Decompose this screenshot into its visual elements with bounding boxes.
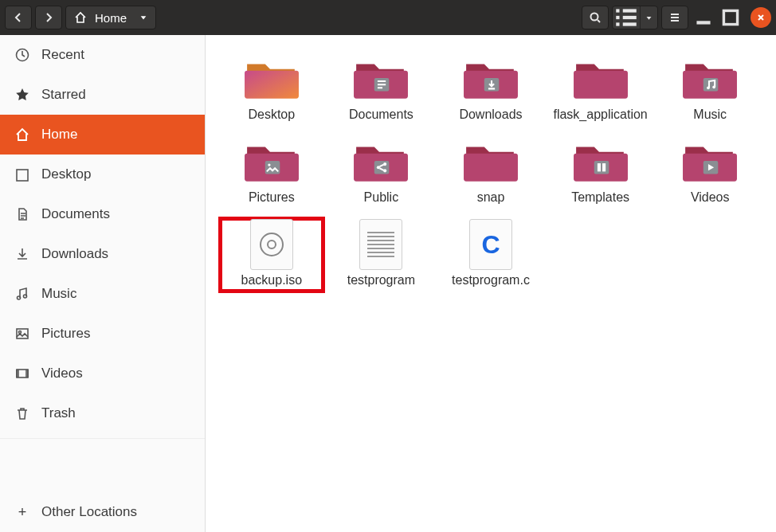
desktop-icon xyxy=(14,166,30,182)
path-bar[interactable]: Home xyxy=(65,6,156,29)
back-button[interactable] xyxy=(5,6,32,29)
folder-icon xyxy=(463,139,519,185)
star-icon xyxy=(14,87,30,103)
file-item[interactable]: Music xyxy=(656,51,763,127)
file-label: Templates xyxy=(571,190,629,205)
sidebar-item-label: Downloads xyxy=(41,246,108,262)
file-item[interactable]: Desktop xyxy=(218,51,325,127)
chevron-right-icon xyxy=(42,11,55,24)
close-button[interactable] xyxy=(751,7,771,28)
file-item[interactable]: snap xyxy=(437,134,544,210)
folder-icon xyxy=(682,56,738,102)
sidebar-item-label: Starred xyxy=(41,87,86,103)
sidebar-item-home[interactable]: Home xyxy=(0,115,205,155)
svg-rect-1 xyxy=(616,9,619,12)
svg-rect-17 xyxy=(703,78,719,91)
svg-rect-5 xyxy=(616,22,619,25)
folder-icon xyxy=(682,139,738,185)
svg-point-10 xyxy=(18,296,21,299)
hamburger-icon xyxy=(668,11,681,24)
document-icon xyxy=(14,206,30,222)
path-label: Home xyxy=(95,11,127,25)
file-label: testprogram.c xyxy=(452,272,530,288)
plus-icon: + xyxy=(14,504,30,520)
file-label: flask_application xyxy=(553,107,647,123)
picture-icon xyxy=(14,326,30,342)
file-label: Documents xyxy=(349,107,413,123)
file-item[interactable]: Ctestprogram.c xyxy=(437,217,544,293)
file-item[interactable]: backup.iso xyxy=(218,217,325,293)
maximize-icon xyxy=(719,6,743,29)
file-item[interactable]: testprogram xyxy=(328,217,435,293)
folder-icon xyxy=(244,139,300,185)
svg-point-21 xyxy=(268,163,270,166)
maximize-button[interactable] xyxy=(719,6,743,29)
file-item[interactable]: Downloads xyxy=(437,51,544,127)
sidebar-item-label: Desktop xyxy=(41,166,91,182)
folder-icon xyxy=(353,139,409,185)
text-icon xyxy=(353,221,409,268)
sidebar-item-label: Other Locations xyxy=(41,504,137,520)
sidebar-item-label: Music xyxy=(41,286,76,302)
music-icon xyxy=(14,286,30,302)
download-icon xyxy=(14,246,30,262)
svg-point-18 xyxy=(707,86,710,89)
sidebar-item-trash[interactable]: Trash xyxy=(0,393,205,433)
svg-point-11 xyxy=(24,295,27,298)
toolbar: Home xyxy=(0,0,776,35)
close-icon xyxy=(756,13,766,22)
folder-icon xyxy=(353,56,409,102)
file-label: testprogram xyxy=(347,272,415,288)
svg-rect-22 xyxy=(374,161,390,174)
list-icon xyxy=(613,4,640,31)
sidebar-item-videos[interactable]: Videos xyxy=(0,354,205,393)
sidebar-item-documents[interactable]: Documents xyxy=(0,194,205,234)
sidebar-item-desktop[interactable]: Desktop xyxy=(0,155,205,194)
sidebar-item-recent[interactable]: Recent xyxy=(0,35,205,75)
file-label: Public xyxy=(364,190,399,205)
svg-rect-9 xyxy=(17,170,28,181)
svg-rect-26 xyxy=(594,161,609,174)
view-dropdown-button[interactable] xyxy=(640,6,657,29)
file-label: backup.iso xyxy=(241,272,303,288)
file-item[interactable]: Templates xyxy=(547,134,654,210)
dropdown-triangle-icon xyxy=(139,14,147,22)
hamburger-menu-button[interactable] xyxy=(661,6,688,29)
forward-button[interactable] xyxy=(35,6,62,29)
file-item[interactable]: Videos xyxy=(656,134,763,210)
sidebar-item-other-locations[interactable]: + Other Locations xyxy=(0,492,205,532)
svg-point-0 xyxy=(591,14,598,21)
chevron-left-icon xyxy=(12,11,25,24)
file-label: Desktop xyxy=(248,107,295,123)
file-label: Music xyxy=(693,107,727,123)
home-icon xyxy=(14,127,30,143)
minimize-button[interactable] xyxy=(692,6,715,29)
file-item[interactable]: Pictures xyxy=(218,134,325,210)
sidebar-item-music[interactable]: Music xyxy=(0,274,205,314)
list-view-button[interactable] xyxy=(613,6,640,29)
svg-rect-2 xyxy=(623,9,637,12)
sidebar: Recent Starred Home Desktop Documents Do… xyxy=(0,35,206,532)
file-item[interactable]: Public xyxy=(328,134,435,210)
sidebar-item-label: Videos xyxy=(41,366,83,381)
file-grid: DesktopDocumentsDownloadsflask_applicati… xyxy=(218,51,763,293)
folder-icon xyxy=(573,56,629,102)
sidebar-item-starred[interactable]: Starred xyxy=(0,75,205,115)
folder-desktop-icon xyxy=(244,56,300,102)
sidebar-item-pictures[interactable]: Pictures xyxy=(0,314,205,354)
sidebar-separator xyxy=(0,438,205,492)
svg-rect-12 xyxy=(17,329,28,338)
sidebar-item-label: Pictures xyxy=(41,326,90,342)
file-item[interactable]: flask_application xyxy=(547,51,654,127)
search-button[interactable] xyxy=(582,6,609,29)
trash-icon xyxy=(14,405,30,421)
video-icon xyxy=(14,366,30,381)
minimize-icon xyxy=(692,6,715,29)
file-item[interactable]: Documents xyxy=(328,51,435,127)
svg-point-19 xyxy=(712,85,715,88)
clock-icon xyxy=(14,47,30,63)
svg-rect-7 xyxy=(723,10,737,24)
dropdown-triangle-icon xyxy=(645,14,653,22)
sidebar-item-label: Documents xyxy=(41,206,110,222)
sidebar-item-downloads[interactable]: Downloads xyxy=(0,234,205,274)
